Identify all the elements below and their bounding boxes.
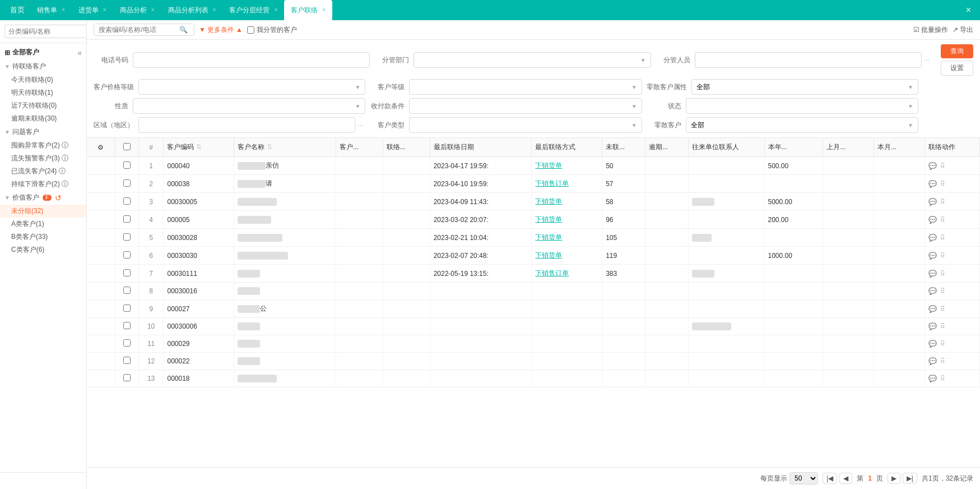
nature-select[interactable]: ▼ <box>133 98 365 114</box>
my-customers-checkbox[interactable]: 我分管的客户 <box>247 25 297 35</box>
first-page-button[interactable]: |◀ <box>823 473 837 484</box>
next-page-button[interactable]: ▶ <box>888 473 900 484</box>
message-icon[interactable]: 💬 <box>928 305 937 313</box>
more-actions-icon[interactable]: ⠿ <box>940 375 945 382</box>
tab-sales-order[interactable]: 销售单 × <box>30 0 72 20</box>
row-checkbox[interactable] <box>123 357 131 364</box>
last-way-header[interactable]: 最后联络方式 <box>532 138 602 157</box>
sidebar-item-churned[interactable]: 已流失客户(24) ⓘ <box>0 165 86 178</box>
last-date-header[interactable]: 最后联络日期 <box>430 138 532 157</box>
message-icon[interactable]: 💬 <box>928 180 937 188</box>
close-sales-order-tab[interactable]: × <box>62 0 65 20</box>
more-actions-icon[interactable]: ⠿ <box>940 357 945 365</box>
name-header[interactable]: 客户名称 ⇅ <box>234 138 336 157</box>
close-customer-contact-tab[interactable]: × <box>322 0 326 20</box>
row-checkbox[interactable] <box>123 305 131 312</box>
row-checkbox[interactable] <box>123 162 131 169</box>
message-icon[interactable]: 💬 <box>928 216 937 224</box>
overdue-header[interactable]: 逾期... <box>645 138 689 157</box>
region-more-button[interactable]: ··· <box>355 121 365 129</box>
thismonth-header[interactable]: 本月... <box>874 138 925 157</box>
price-level-select[interactable]: ▼ <box>138 79 365 95</box>
more-actions-icon[interactable]: ⠿ <box>940 180 945 188</box>
partner-header[interactable]: 往来单位联系人 <box>688 138 764 157</box>
message-icon[interactable]: 💬 <box>928 252 937 260</box>
row-checkbox[interactable] <box>123 251 131 259</box>
tab-purchase-order[interactable]: 进货单 × <box>72 0 113 20</box>
last-way-link-2[interactable]: 下销售订单 <box>535 179 569 187</box>
reset-button[interactable]: 设置 <box>941 61 973 76</box>
more-actions-icon[interactable]: ⠿ <box>940 198 945 206</box>
last-way-link-3[interactable]: 下销货单 <box>535 197 562 205</box>
message-icon[interactable]: 💬 <box>928 198 937 206</box>
sidebar-item-unassigned[interactable]: 未分组(32) <box>0 205 86 218</box>
last-way-link-6[interactable]: 下销货单 <box>535 251 562 259</box>
last-page-button[interactable]: ▶| <box>903 473 917 484</box>
message-icon[interactable]: 💬 <box>928 322 937 330</box>
more-actions-icon[interactable]: ⠿ <box>940 305 945 313</box>
category-search-input[interactable] <box>4 25 87 38</box>
row-checkbox[interactable] <box>123 179 131 187</box>
message-icon[interactable]: 💬 <box>928 234 937 242</box>
message-icon[interactable]: 💬 <box>928 270 937 278</box>
close-product-analysis-list-tab[interactable]: × <box>213 0 216 20</box>
sidebar-item-churn-warning[interactable]: 流失预警客户(3) ⓘ <box>0 152 86 165</box>
sidebar-section-problem[interactable]: ▼ 问题客户 <box>0 125 86 139</box>
manager-select[interactable] <box>695 52 922 68</box>
tab-customer-stratification[interactable]: 客户分层经营 × <box>222 0 284 20</box>
sidebar-item-tomorrow-pending[interactable]: 明天待联络(1) <box>0 86 86 99</box>
close-product-analysis-tab[interactable]: × <box>151 0 155 20</box>
tab-product-analysis-list[interactable]: 商品分析列表 × <box>161 0 223 20</box>
last-way-link[interactable]: 下销货单 <box>535 162 562 169</box>
sidebar-item-class-c[interactable]: C类客户(6) <box>0 243 86 256</box>
message-icon[interactable]: 💬 <box>928 357 937 365</box>
all-customers-label[interactable]: 全部客户 <box>12 48 39 57</box>
retail-attr-select[interactable]: 全部 ▼ <box>691 79 918 95</box>
row-checkbox[interactable] <box>123 374 131 381</box>
sidebar-item-overdue-pending[interactable]: 逾期未联络(30) <box>0 112 86 125</box>
message-icon[interactable]: 💬 <box>928 375 937 382</box>
refresh-icon[interactable]: ↺ <box>55 193 62 202</box>
sidebar-section-value[interactable]: ▼ 价值客户 F ↺ <box>0 191 86 205</box>
more-actions-icon[interactable]: ⠿ <box>940 287 945 295</box>
row-checkbox[interactable] <box>123 287 131 294</box>
row-checkbox[interactable] <box>123 339 131 347</box>
sidebar-item-today-pending[interactable]: 今天待联络(0) <box>0 73 86 86</box>
batch-operation-button[interactable]: ☑ 批量操作 <box>913 25 948 35</box>
sidebar-section-pending[interactable]: ▼ 待联络客户 <box>0 59 86 73</box>
close-purchase-order-tab[interactable]: × <box>103 0 106 20</box>
message-icon[interactable]: 💬 <box>928 340 937 348</box>
lastmonth-header[interactable]: 上月... <box>823 138 874 157</box>
row-checkbox[interactable] <box>123 233 131 241</box>
window-close-button[interactable]: × <box>962 5 976 15</box>
contact-header[interactable]: 联络... <box>383 138 430 157</box>
page-size-select[interactable]: 50 100 200 <box>789 472 818 485</box>
row-checkbox[interactable] <box>123 269 131 276</box>
more-actions-icon[interactable]: ⠿ <box>940 162 945 170</box>
customer-level-select[interactable]: ▼ <box>409 79 642 95</box>
more-conditions-button[interactable]: ▼ 更多条件 ▲ <box>199 25 243 35</box>
last-way-link-4[interactable]: 下销货单 <box>535 215 562 223</box>
phone-input[interactable] <box>133 52 370 68</box>
query-button[interactable]: 查询 <box>941 44 973 58</box>
customer-search-input[interactable] <box>99 26 177 34</box>
more-actions-icon[interactable]: ⠿ <box>940 234 945 242</box>
type-header[interactable]: 客户... <box>336 138 383 157</box>
dept-select[interactable]: ▼ <box>414 52 651 68</box>
close-customer-stratification-tab[interactable]: × <box>274 0 277 20</box>
retail-select[interactable]: 全部 ▼ <box>686 117 918 133</box>
prev-page-button[interactable]: ◀ <box>839 473 852 484</box>
code-header[interactable]: 客户编码 ⇅ <box>164 138 234 157</box>
check-all-header[interactable] <box>115 138 138 157</box>
sidebar-item-class-a[interactable]: A类客户(1) <box>0 218 86 230</box>
message-icon[interactable]: 💬 <box>928 287 937 295</box>
sidebar-item-class-b[interactable]: B类客户(33) <box>0 230 86 243</box>
search-icon[interactable]: 🔍 <box>179 26 188 34</box>
manager-more-button[interactable]: ··· <box>922 56 932 64</box>
row-checkbox[interactable] <box>123 322 131 329</box>
more-actions-icon[interactable]: ⠿ <box>940 340 945 348</box>
uncontact-header[interactable]: 未联... <box>602 138 645 157</box>
sidebar-collapse-button[interactable]: « <box>77 48 82 57</box>
more-actions-icon[interactable]: ⠿ <box>940 216 945 224</box>
my-customers-check[interactable] <box>247 26 254 34</box>
